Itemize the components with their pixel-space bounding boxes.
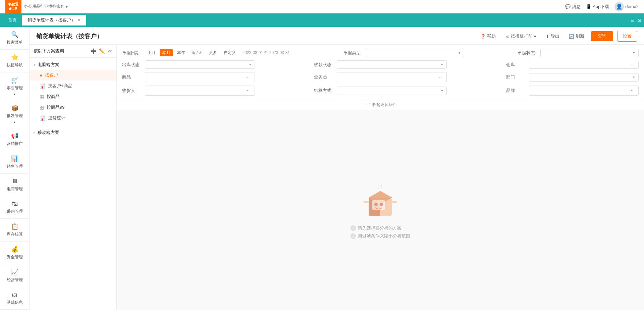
sidebar-item-purchase[interactable]: 🛍 采购管理: [0, 196, 29, 219]
collapse-panel-icon[interactable]: ≪: [107, 48, 112, 54]
settlement-arrow-icon: ▾: [441, 89, 443, 93]
logo-text: 畅捷通好生意: [8, 2, 18, 11]
minimize-icon[interactable]: ⊟: [631, 17, 635, 23]
order-type-select[interactable]: ▾: [366, 49, 464, 57]
warehouse-select[interactable]: ···: [529, 61, 639, 69]
sidebar-item-inventory[interactable]: 📋 库存核算: [0, 219, 29, 242]
date-tab-more[interactable]: 更多: [206, 49, 220, 56]
ecommerce-icon: 🖥: [12, 178, 18, 185]
payment-status-select[interactable]: ▾: [337, 60, 447, 69]
scheme-group-mobile[interactable]: ▸ 移动端方案: [30, 127, 116, 138]
template-print-button[interactable]: 🖨 按模板打印 ▾: [502, 32, 539, 41]
date-tab-custom[interactable]: 自定义: [221, 49, 238, 56]
help-button[interactable]: ❓ 帮助: [478, 32, 498, 41]
sidebar-item-finance[interactable]: 💰 资金管理: [0, 242, 29, 264]
scheme-item-return-stats[interactable]: 📊 退货统计: [30, 113, 116, 123]
scheme-label-customer-goods: 按客户+商品: [48, 83, 72, 89]
maximize-icon[interactable]: ⊠: [637, 17, 641, 23]
print-arrow-icon: ▾: [534, 34, 536, 39]
report-tab-label: 销货单统计表（按客户）: [28, 17, 75, 23]
message-label: 消息: [572, 4, 581, 10]
scheme-group-pc[interactable]: ▾ 电脑端方案: [30, 60, 116, 70]
filter-row-4: 收货人 ··· 结算方式 ▾ 品牌: [122, 86, 639, 96]
avatar: 👤: [614, 2, 624, 11]
home-tab-label: 首页: [8, 17, 17, 23]
page-title: 销货单统计表（按客户）: [36, 32, 103, 40]
svg-rect-3: [372, 200, 385, 210]
sidebar-item-marketing[interactable]: 📢 营销推广: [0, 128, 29, 151]
settings-button[interactable]: 设置: [617, 31, 637, 42]
close-tab-icon[interactable]: ✕: [77, 18, 81, 22]
user-info[interactable]: 👤 demo2: [614, 2, 639, 11]
data-area: 1 请先选择要分析的方案 2 用过滤条件来缩小分析范围: [117, 110, 644, 310]
export-button[interactable]: ⬇ 导出: [543, 32, 562, 41]
out-status-select[interactable]: ▾: [145, 60, 255, 69]
sidebar-item-wholesale[interactable]: 📦 批发管理 ▴: [0, 100, 29, 128]
sidebar-label-purchase: 采购管理: [7, 209, 23, 214]
scheme-item-by-customer[interactable]: ● 按客户: [30, 70, 116, 81]
print-icon: 🖨: [505, 34, 509, 39]
query-button[interactable]: 查询: [591, 31, 613, 41]
tab-report[interactable]: 销货单统计表（按客户） ✕: [22, 15, 86, 25]
order-status-select[interactable]: ▾: [540, 49, 639, 57]
sidebar-item-retail[interactable]: 🛒 零售管理 ▾: [0, 72, 29, 100]
consignee-select[interactable]: ···: [145, 86, 255, 96]
app-download-button[interactable]: 📱 App下载: [586, 4, 609, 10]
sales-icon: 📊: [11, 155, 18, 162]
brand-select[interactable]: ···: [529, 86, 639, 96]
marketing-icon: 📢: [11, 132, 18, 140]
scheme-item-by-goods99[interactable]: ▦ 按商品99: [30, 102, 116, 113]
sidebar-label-basic: 基础信息: [7, 300, 23, 305]
collapse-button[interactable]: ⌃⌃ 收起更多条件: [362, 100, 398, 110]
app-title[interactable]: 办公用品行业模拟账套 ▾: [24, 4, 68, 9]
inventory-icon: 📋: [11, 223, 18, 230]
svg-point-4: [374, 203, 378, 206]
customer-icon: ●: [40, 72, 42, 78]
settlement-select[interactable]: ▾: [337, 87, 447, 95]
add-scheme-icon[interactable]: ➕: [91, 48, 96, 54]
date-tab-prev-month[interactable]: 上月: [145, 49, 158, 56]
order-type-label: 单据类型: [343, 50, 362, 56]
settings-label: 设置: [623, 34, 632, 39]
salesperson-select[interactable]: ···: [337, 72, 447, 82]
tip-text-1: 请先选择要分析的方案: [358, 225, 401, 231]
wholesale-icon: 📦: [11, 104, 18, 112]
date-tab-this-month[interactable]: 本月: [160, 49, 173, 56]
filter-row-3: 商品 ··· 业务员 ··· 部门: [122, 72, 639, 82]
department-select[interactable]: ▾: [529, 73, 639, 82]
brand-dots-icon: ···: [628, 88, 635, 94]
scheme-label-return-stats: 退货统计: [48, 115, 65, 121]
filter-area: 单据日期 上月 本月 本年 近7天 更多 自定义 2023-03-01 至 20…: [117, 45, 644, 100]
tip-num-1: 1: [351, 225, 356, 231]
sidebar-label-wholesale: 批发管理: [7, 113, 23, 119]
sidebar-label-search: 搜索菜单: [7, 40, 23, 45]
tab-home[interactable]: 首页: [3, 15, 22, 25]
sidebar-label-sales: 销售管理: [7, 164, 23, 169]
sidebar-item-basic[interactable]: 🗂 基础信息: [0, 287, 29, 310]
customer-goods-icon: 📊: [40, 83, 45, 89]
date-tab-this-year[interactable]: 本年: [174, 49, 188, 56]
left-panel: 按以下方案查询 ➕ ✏️ ≪ ▾ 电脑端方案 ● 按客户: [30, 45, 117, 310]
left-panel-header: 按以下方案查询 ➕ ✏️ ≪: [30, 45, 116, 58]
goods-select[interactable]: ···: [145, 72, 255, 82]
salesperson-label: 业务员: [314, 74, 333, 80]
scheme-item-by-goods[interactable]: ▦ 按商品: [30, 91, 116, 102]
message-button[interactable]: 💬 消息: [565, 4, 581, 10]
sidebar-item-ecommerce[interactable]: 🖥 电商管理: [0, 174, 29, 196]
date-tab-last7[interactable]: 近7天: [189, 49, 205, 56]
goods-dots-icon: ···: [244, 74, 251, 80]
filter-row-2: 出库状态 ▾ 收款状态 ▾ 仓库: [122, 60, 639, 69]
sidebar-item-operation[interactable]: 📈 经营管理: [0, 264, 29, 287]
edit-scheme-icon[interactable]: ✏️: [99, 48, 105, 54]
sidebar-item-sales[interactable]: 📊 销售管理: [0, 151, 29, 174]
scheme-item-by-customer-goods[interactable]: 📊 按客户+商品: [30, 81, 116, 91]
refresh-label: 刷新: [576, 33, 584, 39]
query-label: 查询: [598, 34, 606, 39]
sidebar: 🔍 搜索菜单 ⭐ 快捷导航 🛒 零售管理 ▾ 📦 批发管理 ▴ 📢 营销推广 📊…: [0, 27, 30, 310]
sidebar-item-quick[interactable]: ⭐ 快捷导航: [0, 50, 29, 72]
topbar-right: 💬 消息 📱 App下载 👤 demo2: [565, 2, 639, 11]
sidebar-label-ecommerce: 电商管理: [7, 186, 23, 192]
scheme-label-by-goods: 按商品: [47, 94, 60, 100]
sidebar-item-search[interactable]: 🔍 搜索菜单: [0, 27, 29, 50]
refresh-button[interactable]: 🔄 刷新: [566, 32, 587, 41]
